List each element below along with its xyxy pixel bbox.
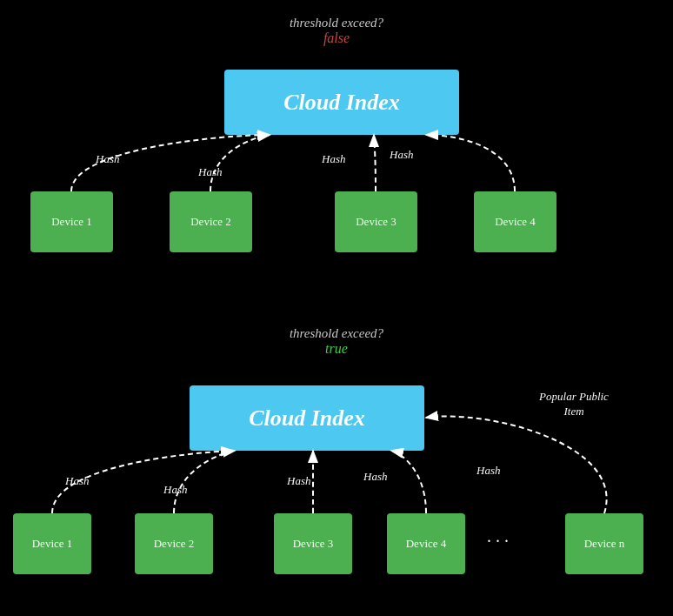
bottom-device-1: Device 1 (13, 513, 91, 574)
bottom-device-2: Device 2 (135, 513, 213, 574)
bottom-threshold-text: threshold exceed? (290, 326, 383, 340)
top-hash-1: Hash (96, 152, 119, 166)
popular-public-item-label: Popular PublicItem (513, 390, 635, 419)
bottom-hash-3: Hash (287, 474, 310, 488)
top-threshold-label: threshold exceed? false (0, 16, 673, 46)
top-device-4: Device 4 (474, 191, 556, 252)
bottom-hash-4: Hash (363, 470, 387, 484)
top-hash-2: Hash (198, 165, 222, 179)
bottom-device-3: Device 3 (274, 513, 352, 574)
top-device-2: Device 2 (170, 191, 252, 252)
top-device-1: Device 1 (30, 191, 113, 252)
top-device-3: Device 3 (335, 191, 417, 252)
bottom-cloud-index-label: Cloud Index (249, 405, 365, 432)
bottom-hash-5: Hash (476, 464, 500, 478)
bottom-threshold-value: true (0, 341, 673, 357)
top-threshold-value: false (0, 30, 673, 46)
top-cloud-index-label: Cloud Index (283, 90, 400, 116)
top-hash-4: Hash (390, 148, 413, 162)
top-cloud-index-box: Cloud Index (224, 70, 459, 135)
bottom-dots: . . . (487, 526, 509, 546)
bottom-cloud-index-box: Cloud Index (190, 385, 424, 451)
top-threshold-text: threshold exceed? (290, 16, 383, 30)
bottom-hash-2: Hash (163, 483, 187, 497)
bottom-device-n: Device n (565, 513, 643, 574)
diagram: threshold exceed? false Cloud Index Devi… (0, 0, 673, 616)
bottom-device-4: Device 4 (387, 513, 465, 574)
bottom-hash-1: Hash (65, 474, 89, 488)
bottom-threshold-label: threshold exceed? true (0, 326, 673, 357)
top-hash-3: Hash (322, 152, 345, 166)
